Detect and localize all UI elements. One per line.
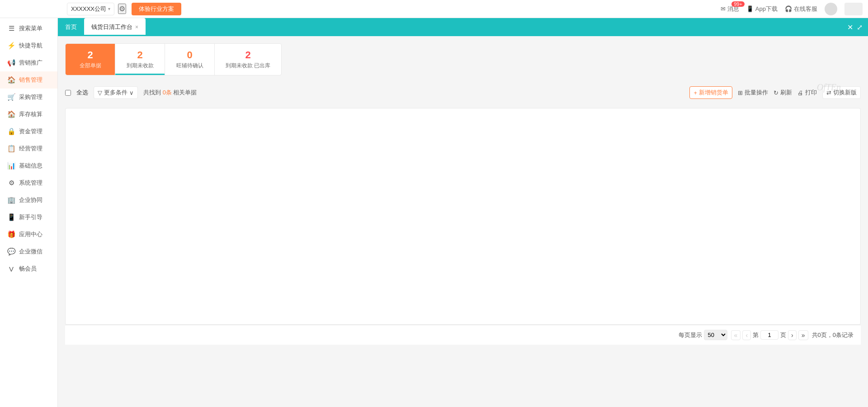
main-content: 2 全部单据2 到期未收款0 旺辅待确认2 到期未收款 已出库 全选 ▽ 更多条…	[58, 36, 868, 407]
app-download-label: App下载	[755, 5, 778, 13]
next-page-button[interactable]: ›	[788, 330, 797, 340]
page-size-select-input[interactable]: 102050100	[704, 330, 727, 340]
sidebar-label-finance: 资金管理	[19, 127, 42, 136]
filter-label: 更多条件	[104, 89, 127, 97]
tab-bar: 首页 钱货日清工作台 × ✕ ⤢	[58, 18, 868, 36]
sidebar-item-corp[interactable]: 🏢 企业协同	[0, 192, 57, 209]
sidebar-label-search: 搜索菜单	[19, 24, 42, 33]
stats-cards: 2 全部单据2 到期未收款0 旺辅待确认2 到期未收款 已出库	[65, 43, 282, 75]
page-size-label: 每页显示	[679, 331, 702, 339]
top-header: XXXXXX公司 ▾ ⚙ 体验行业方案 ✉ 消息 99+ 📱 App下载 🎧 在…	[0, 0, 868, 18]
inventory-icon: 🏠	[7, 110, 15, 118]
sidebar-label-guide: 新手引导	[19, 213, 42, 221]
print-label: 打印	[805, 89, 817, 97]
add-sale-order-button[interactable]: + 新增销货单	[689, 86, 732, 99]
sidebar-item-basic[interactable]: 📊 基础信息	[0, 157, 57, 174]
refresh-button[interactable]: ↻ 刷新	[774, 89, 792, 97]
stat-num-3: 2	[226, 49, 270, 61]
tab-bar-actions: ✕ ⤢	[847, 23, 868, 32]
print-icon: 🖨	[797, 89, 803, 96]
settings-button[interactable]: ⚙	[118, 4, 126, 14]
online-service-button[interactable]: 🎧 在线客服	[785, 5, 817, 13]
sidebar-label-corp: 企业协同	[19, 196, 42, 204]
sidebar-item-sales[interactable]: 🏠 销售管理	[0, 71, 57, 89]
app-download-button[interactable]: 📱 App下载	[746, 5, 778, 13]
tab-close-window-button[interactable]: ✕	[847, 23, 853, 32]
prev-page-button[interactable]: ‹	[742, 330, 751, 340]
stat-label-0: 全部单据	[76, 62, 104, 70]
filter-button[interactable]: ▽ 更多条件 ∨	[94, 86, 138, 99]
sidebar-label-sales: 销售管理	[19, 76, 42, 84]
tab-work-station-label: 钱货日清工作台	[91, 23, 132, 31]
stat-card-1[interactable]: 2 到期未收款	[115, 44, 165, 75]
select-all-label: 全选	[76, 89, 88, 97]
add-icon: +	[693, 89, 697, 96]
service-label: 在线客服	[794, 5, 817, 13]
sidebar-item-apps[interactable]: 🎁 应用中心	[0, 226, 57, 243]
sidebar-item-finance[interactable]: 🔒 资金管理	[0, 123, 57, 140]
user-name-placeholder[interactable]	[844, 3, 863, 15]
sidebar-item-purchase[interactable]: 🛒 采购管理	[0, 89, 57, 106]
print-button[interactable]: 🖨 打印	[797, 89, 817, 97]
tab-maximize-button[interactable]: ⤢	[857, 23, 863, 32]
system-icon: ⚙	[7, 179, 15, 187]
sidebar-item-marketing[interactable]: 📢 营销推广	[0, 54, 57, 71]
sidebar-item-guide[interactable]: 📱 新手引导	[0, 209, 57, 226]
guide-icon: 📱	[7, 213, 15, 221]
message-icon: ✉	[721, 5, 726, 12]
stat-card-2[interactable]: 0 旺辅待确认	[165, 44, 215, 75]
pagination: 每页显示 102050100 « ‹ 第 页 › » 共0页，0条记录	[65, 325, 861, 345]
sidebar: b 畅捷通好生意 标准版 ☰ 搜索菜单⚡ 快捷导航📢 营销推广🏠 销售管理🛒 采…	[0, 0, 58, 407]
refresh-icon: ↻	[774, 89, 778, 96]
page-size-selector: 每页显示 102050100	[679, 330, 727, 340]
sidebar-item-quick[interactable]: ⚡ 快捷导航	[0, 37, 57, 54]
sidebar-menu: ☰ 搜索菜单⚡ 快捷导航📢 营销推广🏠 销售管理🛒 采购管理🏠 库存核算🔒 资金…	[0, 18, 57, 407]
found-text: 共找到 0条 相关单据	[143, 89, 197, 97]
sidebar-label-purchase: 采购管理	[19, 93, 42, 101]
switch-icon: ⇄	[826, 89, 831, 96]
tab-home[interactable]: 首页	[58, 18, 84, 36]
sidebar-label-operation: 经营管理	[19, 145, 42, 153]
filter-arrow-icon: ∨	[129, 89, 134, 96]
trial-button[interactable]: 体验行业方案	[132, 3, 181, 15]
sidebar-label-wechat: 企业微信	[19, 248, 42, 256]
switch-label: 切换新版	[833, 89, 857, 97]
sidebar-label-marketing: 营销推广	[19, 59, 42, 67]
tab-home-label: 首页	[65, 23, 77, 31]
sidebar-item-operation[interactable]: 📋 经营管理	[0, 140, 57, 157]
app-download-icon: 📱	[746, 5, 754, 12]
stat-num-0: 2	[76, 49, 104, 61]
batch-operation-button[interactable]: ⊞ 批量操作	[738, 89, 768, 97]
sidebar-item-system[interactable]: ⚙ 系统管理	[0, 174, 57, 192]
member-icon: V	[7, 265, 15, 273]
purchase-icon: 🛒	[7, 93, 15, 101]
total-records: 共0页，0条记录	[812, 331, 854, 339]
sidebar-item-inventory[interactable]: 🏠 库存核算	[0, 106, 57, 123]
tab-work-station[interactable]: 钱货日清工作台 ×	[84, 18, 146, 36]
user-avatar[interactable]	[825, 3, 837, 15]
company-selector[interactable]: XXXXXX公司 ▾	[67, 3, 114, 15]
table-area	[65, 108, 861, 325]
first-page-button[interactable]: «	[731, 330, 741, 340]
sidebar-item-member[interactable]: V 畅会员	[0, 260, 57, 277]
stat-card-3[interactable]: 2 到期未收款 已出库	[215, 44, 281, 75]
header-right: ✉ 消息 99+ 📱 App下载 🎧 在线客服	[721, 3, 863, 15]
batch-label: 批量操作	[745, 89, 768, 97]
company-name: XXXXXX公司	[71, 5, 106, 13]
sidebar-item-search[interactable]: ☰ 搜索菜单	[0, 20, 57, 37]
sidebar-item-wechat[interactable]: 💬 企业微信	[0, 243, 57, 260]
page-number-input[interactable]	[760, 330, 778, 340]
switch-version-button[interactable]: ⇄ 切换新版	[822, 86, 861, 99]
page-label: 第	[753, 331, 759, 339]
tab-close-icon[interactable]: ×	[135, 24, 138, 30]
sidebar-label-inventory: 库存核算	[19, 110, 42, 118]
stat-card-0[interactable]: 2 全部单据	[66, 44, 115, 75]
select-all-checkbox[interactable]	[65, 90, 71, 96]
batch-icon: ⊞	[738, 89, 743, 96]
page-suffix: 页	[780, 331, 786, 339]
message-button[interactable]: ✉ 消息 99+	[721, 5, 739, 13]
last-page-button[interactable]: »	[798, 330, 808, 340]
sales-icon: 🏠	[7, 76, 15, 84]
wechat-icon: 💬	[7, 248, 15, 256]
search-icon: ☰	[7, 24, 15, 33]
